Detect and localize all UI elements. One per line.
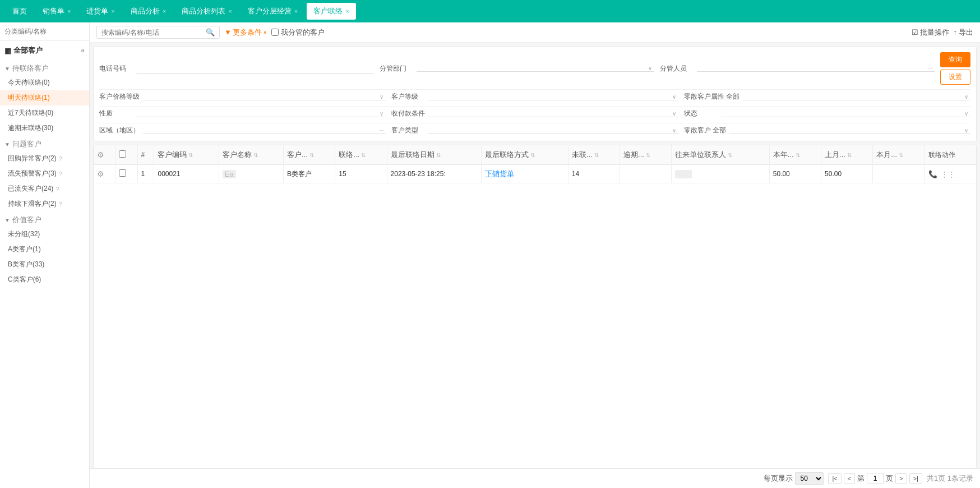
filter-select-1-2[interactable]: ∨ [743,94,970,100]
td-name: Ea [219,165,283,183]
batch-btn[interactable]: ☑ 批量操作 [912,27,949,38]
export-btn[interactable]: ↑ 导出 [954,27,974,38]
all-customers-title[interactable]: ▦ 全部客户 « [0,41,89,60]
filter-select-1-0[interactable]: ∨ [143,94,386,100]
sidebar-item-------1-[interactable]: 明天待联络(1) [0,90,89,105]
col-last_contact_method[interactable]: 最后联络方式 [482,145,568,165]
th-sortable-name[interactable]: 客户名称 [223,150,280,160]
th-sortable-contact[interactable]: 联络... [339,150,383,160]
filter-select-arrow-icon: ∨ [964,111,970,117]
filter-select-2-0[interactable]: ∨ [136,111,386,117]
filter-field-2-2: 状态∨ [684,109,970,118]
row-checkbox[interactable] [119,169,126,177]
sidebar-item-B----33-[interactable]: B类客户(33) [0,257,89,272]
toolbar: 🔍 ▼ 更多条件 ∧ 我分管的客户 ☑ 批量操作 ↑ 导出 [90,22,980,43]
sidebar-collapse-btn[interactable]: « [81,47,85,54]
th-sortable-code[interactable]: 客户编码 [158,150,215,160]
filter-select-1-1[interactable]: ∨ [428,94,678,100]
filter-select-3-2[interactable]: ∨ [729,127,970,134]
page-prev-btn[interactable]: < [844,473,855,484]
filter-select-0-2[interactable]: ··· [697,65,935,72]
col-last_contact_date[interactable]: 最后联络日期 [387,145,482,165]
page-size-select[interactable]: 50 100 200 [795,472,824,485]
nav-close-analysis[interactable]: × [163,8,166,15]
col-code[interactable]: 客户编码 [154,145,219,165]
page-next-btn[interactable]: > [895,473,907,484]
col-last_month[interactable]: 上月... [821,145,873,165]
gear-icon[interactable]: ⚙ [97,150,104,159]
sidebar-item-----32-[interactable]: 未分组(32) [0,227,89,242]
sidebar-item-------30-[interactable]: 逾期未联络(30) [0,121,89,136]
filter-input-0-0[interactable] [136,63,374,74]
toolbar-search-box[interactable]: 🔍 [96,26,220,39]
col-unit_contact[interactable]: 往来单位联系人 [672,145,769,165]
query-button[interactable]: 查询 [940,52,970,67]
th-sortable-uncontacted[interactable]: 未联... [572,150,616,160]
col-this_year[interactable]: 本年... [769,145,821,165]
sidebar-item-------24-[interactable]: 已流失客户(24)? [0,181,89,196]
page-first-btn[interactable]: |< [828,473,841,484]
my-customers-checkbox[interactable] [271,29,279,36]
toolbar-search-icon[interactable]: 🔍 [206,28,215,36]
page-input[interactable] [867,473,884,484]
group-arrow-icon: ▼ [4,217,10,223]
contact-method-link[interactable]: 下销货单 [485,169,514,178]
select-all-checkbox[interactable] [119,150,126,158]
th-sortable-type[interactable]: 客户... [287,150,331,160]
th-sortable-overdue[interactable]: 逾期... [623,150,668,160]
nav-item-customer-contact[interactable]: 客户联络× [307,3,355,20]
sidebar-search-input[interactable] [4,27,89,35]
sidebar-item--------3-[interactable]: 流失预警客户(3)? [0,166,89,181]
col-this_month[interactable]: 本月... [873,145,924,165]
sidebar-item--7-----0-[interactable]: 近7天待联络(0) [0,105,89,121]
nav-close-sales[interactable]: × [67,8,71,15]
nav-item-customer-tier[interactable]: 客户分层经营× [241,3,304,20]
sidebar-group-value[interactable]: ▼价值客户 [0,211,89,227]
sidebar-item--------2-[interactable]: 持续下滑客户(2)? [0,196,89,211]
col-uncontacted[interactable]: 未联... [568,145,620,165]
td-this_year: 50.00 [769,165,821,183]
nav-close-customer-tier[interactable]: × [294,8,298,15]
nav-close-customer-contact[interactable]: × [345,8,349,15]
filter-select-3-1[interactable]: ∨ [428,127,678,134]
nav-item-purchase[interactable]: 进货单× [80,3,121,20]
page-last-btn[interactable]: >| [909,473,922,484]
nav-item-analysis-list[interactable]: 商品分析列表× [175,3,238,20]
th-sortable-unit_contact[interactable]: 往来单位联系人 [675,150,765,160]
filter-select-2-2[interactable]: ∨ [721,111,970,117]
nav-item-sales[interactable]: 销售单× [36,3,77,20]
row-gear-icon[interactable]: ⚙ [97,169,104,178]
nav-item-home[interactable]: 首页 [6,3,34,20]
nav-item-analysis[interactable]: 商品分析× [124,3,173,20]
my-customers-checkbox-label[interactable]: 我分管的客户 [271,27,325,38]
col-overdue[interactable]: 逾期... [620,145,672,165]
group-arrow-icon: ▼ [4,141,10,148]
filter-select-2-1[interactable]: ∨ [428,111,678,117]
nav-close-purchase[interactable]: × [111,8,114,15]
sidebar-group-pending[interactable]: ▼待联络客户 [0,60,89,75]
filter-more-btn[interactable]: ▼ 更多条件 ∧ [224,27,267,38]
more-action-icon[interactable]: ⋮⋮ [941,170,955,178]
th-sortable-last_contact_method[interactable]: 最后联络方式 [485,150,565,160]
sidebar-item-A----1-[interactable]: A类客户(1) [0,242,89,257]
toolbar-search-input[interactable] [101,29,204,36]
sidebar-item-------0-[interactable]: 今天待联络(0) [0,75,89,90]
contact-icon[interactable]: 📞 [928,170,937,178]
filter-icon: ▼ [224,28,232,36]
th-sortable-this_month[interactable]: 本月... [876,150,921,160]
nav-close-analysis-list[interactable]: × [228,8,232,15]
filter-select-3-0[interactable]: ··· [143,127,386,134]
filter-label-3-1: 客户类型 [391,126,425,135]
th-sortable-last_contact_date[interactable]: 最后联络日期 [391,150,478,160]
set-button[interactable]: 设置 [940,70,970,85]
filter-select-0-1[interactable]: ∨ [417,65,654,72]
sidebar-item-C----6-[interactable]: C类客户(6) [0,272,89,287]
th-sortable-this_year[interactable]: 本年... [773,150,817,160]
col-type[interactable]: 客户... [284,145,335,165]
col-name[interactable]: 客户名称 [219,145,283,165]
sidebar-item--------2-[interactable]: 回购异常客户(2)? [0,151,89,166]
th-sortable-last_month[interactable]: 上月... [825,150,869,160]
filter-row-1: 客户价格等级∨客户等级∨零散客户属性 全部∨ [99,92,970,102]
col-contact[interactable]: 联络... [335,145,387,165]
sidebar-group-problem[interactable]: ▼问题客户 [0,136,89,151]
